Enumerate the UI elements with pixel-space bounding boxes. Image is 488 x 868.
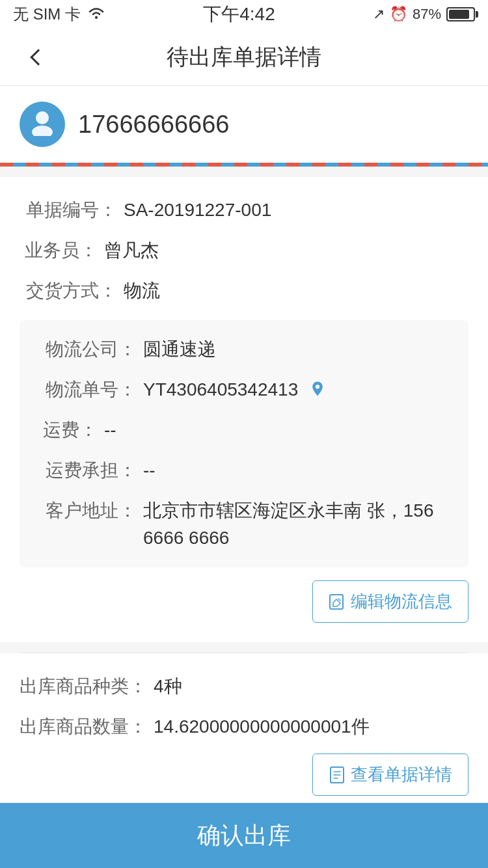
svg-point-3: [316, 385, 319, 388]
address-label: 客户地址：: [39, 497, 143, 524]
freight-bearer-label: 运费承担：: [39, 457, 143, 484]
customer-phone: 17666666666: [78, 111, 229, 139]
goods-type-row: 出库商品种类： 4种: [20, 673, 468, 700]
carrier-text: 无 SIM 卡: [13, 4, 81, 25]
logistics-company-value: 圆通速递: [143, 336, 449, 363]
status-right: ↗ ⏰ 87%: [373, 6, 475, 23]
status-left: 无 SIM 卡: [13, 4, 105, 25]
delivery-row: 交货方式： 物流: [20, 277, 468, 305]
tracking-value: YT4306405342413: [143, 376, 449, 403]
address-row: 客户地址： 北京市市辖区海淀区永丰南 张，156 6666 6666: [39, 497, 449, 552]
confirm-button-label: 确认出库: [197, 820, 291, 852]
svg-point-2: [32, 126, 53, 136]
order-number-value: SA-20191227-001: [124, 197, 468, 224]
tracking-row: 物流单号： YT4306405342413: [39, 376, 449, 403]
freight-value: --: [104, 416, 449, 444]
staff-row: 业务员： 曾凡杰: [20, 237, 468, 264]
goods-section: 出库商品种类： 4种 出库商品数量： 14.62000000000000001件…: [0, 653, 488, 815]
edit-logistics-button[interactable]: 编辑物流信息: [312, 580, 468, 623]
address-value: 北京市市辖区海淀区永丰南 张，156 6666 6666: [143, 497, 449, 552]
edit-logistics-btn-wrap: 编辑物流信息: [20, 580, 468, 623]
staff-label: 业务员：: [20, 237, 104, 264]
status-bar: 无 SIM 卡 下午4:42 ↗ ⏰ 87%: [0, 0, 488, 29]
nav-bar: 待出库单据详情: [0, 29, 488, 86]
battery-percent: 87%: [413, 6, 441, 23]
tracking-label: 物流单号：: [39, 376, 143, 403]
logistics-company-label: 物流公司：: [39, 336, 143, 363]
page-title: 待出库单据详情: [167, 42, 321, 72]
battery-icon: [446, 7, 475, 21]
goods-quantity-value: 14.62000000000000001件: [154, 713, 468, 740]
freight-label: 运费：: [39, 416, 104, 444]
order-number-row: 单据编号： SA-20191227-001: [20, 197, 468, 224]
goods-type-label: 出库商品种类：: [20, 673, 154, 700]
customer-header: 17666666666: [0, 86, 488, 163]
time-display: 下午4:42: [203, 2, 275, 27]
edit-logistics-label: 编辑物流信息: [351, 590, 452, 613]
section-gap-1: [0, 642, 488, 653]
avatar-person-icon: [28, 107, 57, 142]
svg-point-0: [95, 16, 98, 19]
logistics-company-row: 物流公司： 圆通速递: [39, 336, 449, 363]
view-detail-button[interactable]: 查看单据详情: [312, 753, 468, 796]
goods-type-value: 4种: [154, 673, 468, 700]
freight-row: 运费： --: [39, 416, 449, 444]
freight-bearer-row: 运费承担： --: [39, 457, 449, 484]
staff-value: 曾凡杰: [104, 237, 468, 264]
tracking-number: YT4306405342413: [143, 376, 298, 403]
edit-icon: [329, 593, 346, 610]
delivery-value: 物流: [124, 277, 468, 305]
logistics-card: 物流公司： 圆通速递 物流单号： YT4306405342413 运费： -- …: [20, 320, 468, 567]
dashed-divider: [0, 163, 488, 167]
svg-point-1: [36, 111, 49, 124]
goods-quantity-row: 出库商品数量： 14.62000000000000001件: [20, 713, 468, 740]
back-button[interactable]: [20, 41, 52, 74]
location-icon: ↗: [373, 6, 385, 23]
order-info-section: 单据编号： SA-20191227-001 业务员： 曾凡杰 交货方式： 物流 …: [0, 177, 488, 642]
delivery-label: 交货方式：: [20, 277, 124, 305]
wifi-icon: [87, 5, 105, 23]
order-number-label: 单据编号：: [20, 197, 124, 224]
view-detail-label: 查看单据详情: [351, 763, 452, 786]
goods-quantity-label: 出库商品数量：: [20, 713, 154, 740]
document-icon: [329, 766, 346, 783]
view-detail-btn-wrap: 查看单据详情: [20, 753, 468, 796]
back-arrow-icon: [30, 49, 46, 65]
location-pin-icon[interactable]: [306, 378, 329, 401]
freight-bearer-value: --: [143, 457, 449, 484]
alarm-icon: ⏰: [390, 6, 407, 23]
confirm-bar[interactable]: 确认出库: [0, 803, 488, 868]
avatar: [20, 102, 65, 147]
